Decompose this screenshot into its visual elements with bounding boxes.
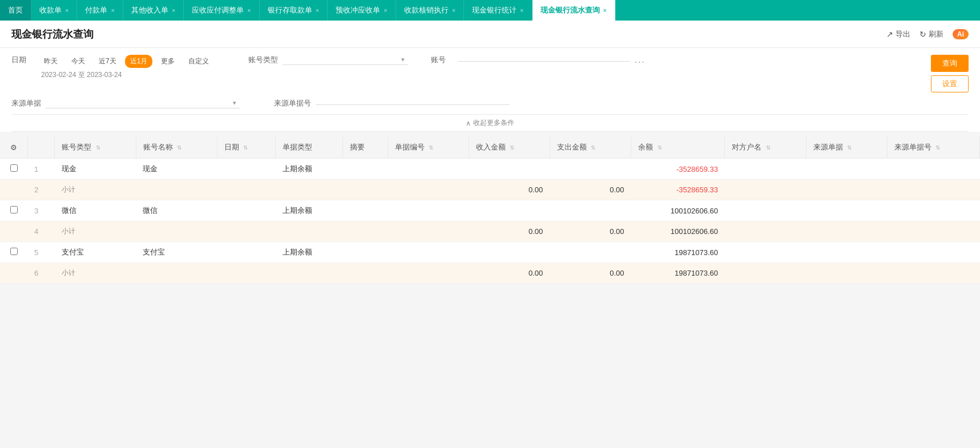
- row-checkbox[interactable]: [0, 242, 27, 263]
- row-doc-type: [276, 180, 343, 200]
- nav-tab-tongji-label: 现金银行统计: [472, 5, 517, 15]
- col-account-type[interactable]: 账号类型 ⇅: [55, 136, 136, 159]
- collapse-icon: ∧: [466, 119, 471, 127]
- account-input[interactable]: [458, 59, 630, 62]
- nav-tab-liushui-close[interactable]: ×: [603, 7, 607, 14]
- nav-tab-qita-close[interactable]: ×: [172, 7, 175, 14]
- nav-tab-qita-label: 其他收入单: [131, 5, 168, 15]
- nav-tab-yingshou[interactable]: 应收应付调整单 ×: [184, 0, 259, 21]
- nav-tab-qita[interactable]: 其他收入单 ×: [123, 0, 184, 21]
- source-doc-select[interactable]: ▾: [46, 98, 240, 108]
- nav-tab-fukuan[interactable]: 付款单 ×: [77, 0, 123, 21]
- data-table-container: ⚙ 账号类型 ⇅ 账号名称 ⇅ 日期 ⇅ 单据类型 摘要 单据编号 ⇅ 收入金额…: [0, 136, 980, 284]
- table-row: 3 微信 微信 上期余额 100102606.60: [0, 200, 980, 221]
- table-row: 1 现金 现金 上期余额 -3528659.33: [0, 159, 980, 180]
- row-source-doc-no: [887, 200, 979, 221]
- nav-tab-shoukuan[interactable]: 收款单 ×: [31, 0, 77, 21]
- query-button[interactable]: 查询: [931, 55, 969, 72]
- col-date[interactable]: 日期 ⇅: [217, 136, 275, 159]
- source-doc-filter: 来源单据 ▾: [11, 98, 240, 108]
- row-doc-type: 上期余额: [276, 159, 343, 180]
- row-source-doc: [806, 242, 887, 263]
- account-filter: 账号 ...: [431, 55, 910, 65]
- account-type-select[interactable]: ▾: [283, 55, 408, 65]
- top-nav: 首页 收款单 × 付款单 × 其他收入单 × 应收应付调整单 × 银行存取款单 …: [0, 0, 980, 21]
- col-doc-type: 单据类型: [276, 136, 343, 159]
- row-account-name: [136, 221, 217, 242]
- row-checkbox[interactable]: [0, 180, 27, 200]
- row-account-type: 小计: [55, 180, 136, 200]
- refresh-button[interactable]: ↻ 刷新: [919, 29, 943, 39]
- date-btn-1month[interactable]: 近1月: [125, 55, 153, 68]
- col-doc-no[interactable]: 单据编号 ⇅: [388, 136, 469, 159]
- row-date: [217, 263, 275, 284]
- row-checkbox[interactable]: [0, 200, 27, 221]
- row-source-doc-no: [887, 180, 979, 200]
- nav-tab-yushou-close[interactable]: ×: [384, 7, 387, 14]
- row-index: 2: [27, 180, 55, 200]
- col-gear[interactable]: ⚙: [0, 136, 27, 159]
- date-btn-yesterday[interactable]: 昨天: [39, 55, 63, 68]
- row-summary: [343, 180, 388, 200]
- row-balance: 100102606.60: [631, 221, 725, 242]
- ai-button[interactable]: Ai: [953, 29, 969, 39]
- row-index: 1: [27, 159, 55, 180]
- nav-tab-shoukuan-close[interactable]: ×: [65, 7, 68, 14]
- nav-tab-bank-close[interactable]: ×: [316, 7, 319, 14]
- nav-tab-bank[interactable]: 银行存取款单 ×: [260, 0, 328, 21]
- row-date: [217, 221, 275, 242]
- export-label: 导出: [896, 29, 910, 39]
- source-doc-no-label: 来源单据号: [274, 98, 311, 108]
- row-source-doc: [806, 263, 887, 284]
- settings-button[interactable]: 设置: [931, 75, 969, 92]
- col-source-doc[interactable]: 来源单据 ⇅: [806, 136, 887, 159]
- export-icon: ↗: [886, 30, 893, 39]
- data-table: ⚙ 账号类型 ⇅ 账号名称 ⇅ 日期 ⇅ 单据类型 摘要 单据编号 ⇅ 收入金额…: [0, 136, 980, 284]
- collapse-bar[interactable]: ∧ 收起更多条件: [11, 114, 969, 132]
- col-source-doc-no[interactable]: 来源单据号 ⇅: [887, 136, 979, 159]
- row-checkbox[interactable]: [0, 263, 27, 284]
- nav-tab-hexiao-close[interactable]: ×: [452, 7, 455, 14]
- col-counterpart[interactable]: 对方户名 ⇅: [725, 136, 806, 159]
- export-button[interactable]: ↗ 导出: [886, 29, 910, 39]
- account-type-chevron: ▾: [401, 56, 405, 63]
- col-account-name[interactable]: 账号名称 ⇅: [136, 136, 217, 159]
- row-summary: [343, 263, 388, 284]
- account-more-dots[interactable]: ...: [634, 55, 645, 65]
- nav-tab-hexiao[interactable]: 收款核销执行 ×: [396, 0, 464, 21]
- nav-tab-tongji-close[interactable]: ×: [520, 7, 523, 14]
- date-btn-today[interactable]: 今天: [66, 55, 90, 68]
- date-btn-more[interactable]: 更多: [156, 55, 180, 68]
- nav-home[interactable]: 首页: [0, 0, 31, 21]
- row-doc-type: [276, 221, 343, 242]
- row-counterpart: [725, 263, 806, 284]
- row-account-name: [136, 263, 217, 284]
- row-account-name: 现金: [136, 159, 217, 180]
- source-doc-no-input[interactable]: [316, 102, 510, 105]
- row-expense: [550, 200, 631, 221]
- col-expense[interactable]: 支出金额 ⇅: [550, 136, 631, 159]
- col-balance[interactable]: 余额 ⇅: [631, 136, 725, 159]
- row-counterpart: [725, 180, 806, 200]
- nav-tab-liushui[interactable]: 现金银行流水查询 ×: [533, 0, 615, 21]
- row-checkbox[interactable]: [0, 159, 27, 180]
- nav-tab-tongji[interactable]: 现金银行统计 ×: [464, 0, 532, 21]
- date-btn-7days[interactable]: 近7天: [94, 55, 122, 68]
- nav-tab-fukuan-close[interactable]: ×: [111, 7, 114, 14]
- row-date: [217, 180, 275, 200]
- nav-tab-yushou[interactable]: 预收冲应收单 ×: [328, 0, 396, 21]
- row-income: 0.00: [469, 263, 550, 284]
- col-index: [27, 136, 55, 159]
- nav-tab-yingshou-close[interactable]: ×: [247, 7, 251, 14]
- row-source-doc: [806, 159, 887, 180]
- row-counterpart: [725, 221, 806, 242]
- row-checkbox[interactable]: [0, 221, 27, 242]
- col-income[interactable]: 收入金额 ⇅: [469, 136, 550, 159]
- row-source-doc: [806, 200, 887, 221]
- row-expense: [550, 159, 631, 180]
- refresh-icon: ↻: [919, 30, 926, 39]
- date-filter-label: 日期: [11, 55, 34, 65]
- account-type-filter: 账号类型 ▾: [248, 55, 408, 65]
- account-type-label: 账号类型: [248, 55, 278, 65]
- date-btn-custom[interactable]: 自定义: [183, 55, 214, 68]
